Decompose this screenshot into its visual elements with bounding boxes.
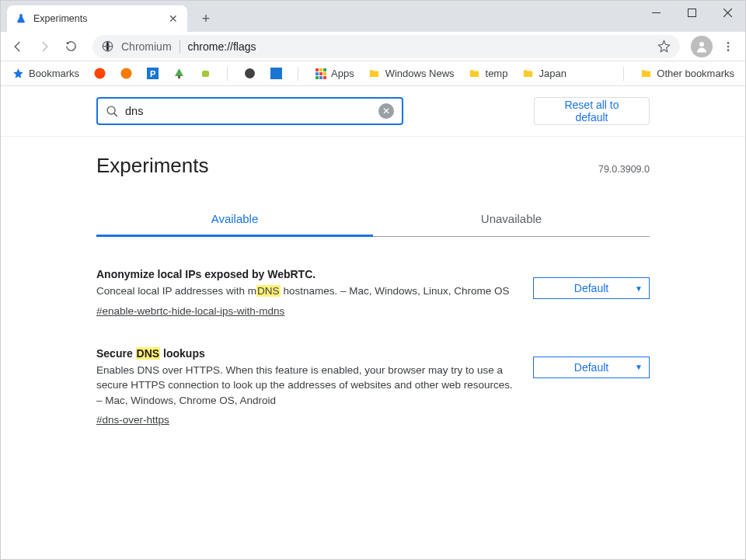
svg-rect-20 <box>315 72 319 75</box>
page-title: Experiments <box>96 154 209 178</box>
svg-line-27 <box>114 113 117 116</box>
flag-title: Secure DNS lookups <box>96 347 518 360</box>
version-label: 79.0.3909.0 <box>598 164 650 175</box>
flag-select[interactable]: Default <box>533 277 650 299</box>
bookmark-item[interactable] <box>173 68 185 80</box>
browser-tab[interactable]: Experiments ✕ <box>7 5 187 32</box>
bookmark-item[interactable] <box>270 68 282 80</box>
svg-text:P: P <box>150 69 155 78</box>
flag-hash-link[interactable]: #enable-webrtc-hide-local-ips-with-mdns <box>96 305 284 317</box>
svg-point-10 <box>120 68 131 79</box>
flag-hash-link[interactable]: #dns-over-https <box>96 414 169 426</box>
tab-title: Experiments <box>33 13 161 24</box>
back-button[interactable] <box>7 36 29 57</box>
svg-rect-23 <box>315 76 319 79</box>
folder-icon <box>469 68 481 80</box>
svg-rect-18 <box>319 68 322 71</box>
profile-avatar[interactable] <box>691 36 713 57</box>
bookmark-folder-other[interactable]: Other bookmarks <box>640 68 734 80</box>
svg-rect-14 <box>202 71 209 77</box>
svg-point-9 <box>94 68 105 79</box>
flag-description: Conceal local IP addresses with mDNS hos… <box>96 283 518 299</box>
pm-icon <box>270 68 282 80</box>
bookmark-item[interactable] <box>93 68 106 80</box>
svg-rect-13 <box>178 75 180 78</box>
p-icon: P <box>146 68 159 80</box>
svg-point-7 <box>727 45 730 47</box>
tree-icon <box>173 68 185 80</box>
folder-icon <box>640 68 652 80</box>
svg-point-26 <box>107 106 115 114</box>
page-content: ✕ Reset all to default Experiments 79.0.… <box>1 86 745 559</box>
apps-grid-icon <box>314 68 326 80</box>
window-minimize-button[interactable] <box>638 1 674 24</box>
bookmark-bookmarks[interactable]: Bookmarks <box>12 68 79 80</box>
bookmark-item[interactable]: P <box>146 68 159 80</box>
close-tab-icon[interactable]: ✕ <box>167 12 180 25</box>
svg-rect-22 <box>323 72 326 75</box>
window-close-button[interactable] <box>709 1 745 24</box>
flask-icon <box>15 12 27 25</box>
swirl-icon <box>120 68 132 80</box>
svg-rect-1 <box>688 9 695 16</box>
svg-rect-19 <box>323 68 326 71</box>
folder-icon <box>368 68 381 80</box>
flag-item: Secure DNS lookups Enables DNS over HTTP… <box>96 347 650 427</box>
new-tab-button[interactable]: + <box>195 8 217 30</box>
star-icon[interactable] <box>657 40 671 53</box>
reset-all-button[interactable]: Reset all to default <box>534 97 650 125</box>
browser-toolbar: Chromium chrome://flags <box>1 32 745 61</box>
kebab-menu-icon[interactable] <box>717 36 739 57</box>
tab-unavailable[interactable]: Unavailable <box>373 203 650 236</box>
bookmark-folder-windows-news[interactable]: Windows News <box>368 68 455 80</box>
svg-rect-16 <box>270 68 282 79</box>
svg-point-8 <box>727 49 730 51</box>
bookmark-item[interactable] <box>120 68 132 80</box>
bookmark-apps[interactable]: Apps <box>314 68 354 80</box>
svg-point-5 <box>699 42 704 47</box>
search-icon <box>106 105 119 118</box>
clear-search-icon[interactable]: ✕ <box>378 103 394 119</box>
flag-title: Anonymize local IPs exposed by WebRTC. <box>96 268 518 280</box>
svg-rect-25 <box>323 76 326 79</box>
bookmark-folder-japan[interactable]: Japan <box>521 68 566 80</box>
tab-available[interactable]: Available <box>96 203 373 237</box>
forward-button[interactable] <box>33 36 55 57</box>
flag-description: Enables DNS over HTTPS. When this featur… <box>96 363 518 409</box>
android-icon <box>199 68 211 80</box>
svg-point-15 <box>245 68 255 78</box>
bookmark-item[interactable] <box>243 68 256 80</box>
reload-button[interactable] <box>60 36 82 57</box>
svg-rect-21 <box>319 72 322 75</box>
address-bar[interactable]: Chromium chrome://flags <box>92 35 680 58</box>
bookmarks-bar: Bookmarks P Apps Windows News temp Japan… <box>1 61 745 86</box>
bookmark-folder-temp[interactable]: temp <box>469 68 508 80</box>
star-icon <box>12 68 24 80</box>
url-path: chrome://flags <box>188 40 256 53</box>
reddit-icon <box>93 68 106 80</box>
window-maximize-button[interactable] <box>674 1 709 24</box>
url-origin: Chromium <box>121 40 172 53</box>
bookmark-item[interactable] <box>199 68 211 80</box>
folder-icon <box>521 68 534 80</box>
search-flags-input-wrap: ✕ <box>96 97 403 125</box>
flag-tabs: Available Unavailable <box>96 203 650 237</box>
window-titlebar: Experiments ✕ + <box>1 1 745 32</box>
svg-rect-17 <box>315 68 319 71</box>
svg-point-6 <box>727 42 730 44</box>
svg-rect-24 <box>319 76 322 79</box>
search-flags-input[interactable] <box>125 105 372 117</box>
globe-icon <box>243 68 256 80</box>
flag-item: Anonymize local IPs exposed by WebRTC. C… <box>96 268 650 318</box>
flag-select[interactable]: Default <box>533 357 650 378</box>
site-info-icon[interactable] <box>102 40 113 52</box>
